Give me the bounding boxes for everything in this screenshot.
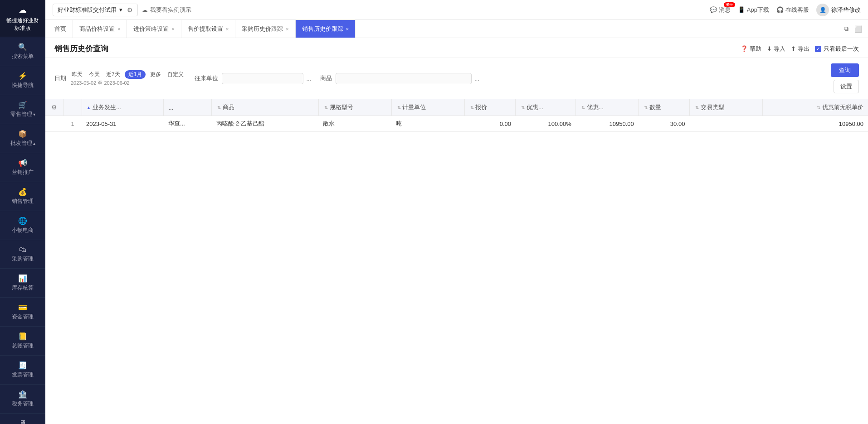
date-opt-custom[interactable]: 自定义 — [166, 70, 185, 79]
sidebar-item-label: 零售管理 — [10, 111, 32, 118]
sidebar-item-retail-mgmt[interactable]: 🛒 零售管理 ▾ — [0, 95, 45, 124]
col-business-date[interactable]: ▲ 业务发生... — [82, 99, 164, 116]
message-btn[interactable]: 💬 消息 99+ — [710, 6, 731, 14]
col-product[interactable]: ⇅ 商品 — [212, 99, 319, 116]
chevron-down-icon: ▾ — [33, 112, 35, 117]
sidebar-item-marketing[interactable]: 📢 营销推广 — [0, 153, 45, 182]
sidebar-item-search-menu[interactable]: 🔍 搜索菜单 — [0, 37, 45, 66]
tab-purchase-history-close[interactable]: × — [286, 26, 288, 32]
date-opt-yesterday[interactable]: 昨天 — [70, 70, 84, 79]
tab-sale-price-extract-label: 售价提取设置 — [188, 25, 223, 33]
partner-more-btn[interactable]: ... — [306, 75, 311, 82]
logo-line1: 畅捷通好业财 — [6, 17, 39, 24]
sidebar-item-ecommerce-small[interactable]: 🌐 小畅电商 — [0, 211, 45, 240]
demo-icon: ☁ — [141, 6, 148, 14]
col-transaction-type[interactable]: ⇅ 交易类型 — [689, 99, 762, 116]
sort-icon: ⇅ — [521, 105, 525, 110]
row-num-cell: 1 — [63, 116, 82, 132]
sidebar-item-ecommerce-mgmt[interactable]: 🖥 电商管理 — [0, 414, 45, 424]
sidebar-item-label: 库存核算 — [12, 284, 34, 292]
col-transaction-type-label: 交易类型 — [701, 104, 724, 111]
sidebar-item-label: 采购管理 — [12, 255, 34, 263]
search-menu-icon: 🔍 — [18, 43, 27, 51]
col-settings[interactable]: ⚙ — [45, 99, 63, 116]
app-download-btn[interactable]: 📱 App下载 — [738, 6, 769, 14]
help-btn[interactable]: ❓ 帮助 — [741, 45, 761, 53]
tab-sales-history[interactable]: 销售历史价跟踪 × — [296, 20, 356, 38]
col-discount-rate[interactable]: ⇅ 优惠... — [516, 99, 576, 116]
date-filter-group: 日期 昨天 今天 近7天 近1月 更多 自定义 2023-05-02 至 202… — [54, 70, 185, 87]
sidebar-logo: ☁ 畅捷通好业财 标准版 — [0, 0, 45, 37]
sidebar-item-wholesale-mgmt[interactable]: 📦 批发管理 ▴ — [0, 124, 45, 153]
tab-product-price[interactable]: 商品价格设置 × — [73, 20, 127, 38]
tab-purchase-history-label: 采购历史价跟踪 — [242, 25, 283, 33]
tab-purchase-history[interactable]: 采购历史价跟踪 × — [235, 20, 295, 38]
sidebar-item-label: 营销推广 — [12, 169, 34, 176]
tab-sale-price-extract[interactable]: 售价提取设置 × — [181, 20, 235, 38]
sidebar-item-general-ledger[interactable]: 📒 总账管理 — [0, 327, 45, 356]
online-support-btn[interactable]: 🎧 在线客服 — [776, 6, 809, 14]
product-input[interactable] — [336, 73, 472, 84]
table-header-row: ⚙ ▲ 业务发生... ... ⇅ 商品 — [45, 99, 868, 116]
col-unit[interactable]: ⇅ 计量单位 — [391, 99, 464, 116]
partner-input[interactable] — [222, 73, 303, 84]
sidebar-item-label: 快捷导航 — [12, 82, 34, 89]
query-btn[interactable]: 查询 — [831, 63, 859, 77]
marketing-icon: 📢 — [18, 159, 27, 167]
tab-sale-price-extract-close[interactable]: × — [226, 26, 229, 32]
page-content: 销售历史价查询 ❓ 帮助 ⬇ 导入 ⬆ 导出 ✓ 只看最后一次 — [45, 38, 868, 424]
user-icon: 👤 — [819, 7, 826, 13]
export-btn[interactable]: ⬆ 导出 — [791, 45, 809, 53]
col-discount-price[interactable]: ⇅ 优惠... — [576, 99, 639, 116]
product-selector[interactable]: 好业财标准版交付试用 ▾ ⚙ — [53, 4, 138, 16]
date-opt-last7days[interactable]: 近7天 — [104, 70, 122, 79]
tab-purchase-strategy-close[interactable]: × — [171, 26, 174, 32]
sidebar-item-finance[interactable]: 💳 资金管理 — [0, 298, 45, 327]
sidebar-item-inventory[interactable]: 📊 库存核算 — [0, 269, 45, 298]
product-name: 好业财标准版交付试用 — [58, 6, 117, 14]
app-download-label: App下载 — [747, 6, 769, 14]
col-pretax-price[interactable]: ⇅ 优惠前无税单价 — [762, 99, 868, 116]
demo-btn[interactable]: ☁ 我要看实例演示 — [141, 6, 191, 14]
date-opt-today[interactable]: 今天 — [87, 70, 102, 79]
sidebar-item-label: 销售管理 — [12, 198, 34, 205]
date-opt-more[interactable]: 更多 — [148, 70, 163, 79]
user-area[interactable]: 👤 徐泽华修改 — [816, 4, 861, 16]
logo-icon: ☁ — [4, 5, 42, 16]
col-quantity[interactable]: ⇅ 数量 — [639, 99, 690, 116]
window-restore-btn[interactable]: ⧉ — [842, 24, 851, 34]
tab-home[interactable]: 首页 — [51, 20, 73, 38]
settings-icon[interactable]: ⚙ — [127, 6, 133, 14]
sidebar-item-sales-mgmt[interactable]: 💰 销售管理 — [0, 182, 45, 211]
table-gear-icon[interactable]: ⚙ — [51, 104, 57, 111]
sidebar-item-purchase-mgmt[interactable]: 🛍 采购管理 — [0, 240, 45, 269]
col-more[interactable]: ... — [164, 99, 212, 116]
page-actions: ❓ 帮助 ⬇ 导入 ⬆ 导出 ✓ 只看最后一次 — [741, 45, 859, 53]
checkbox-icon: ✓ — [815, 46, 821, 52]
row-business-date: 2023-05-31 — [82, 116, 164, 132]
product-more-btn[interactable]: ... — [474, 75, 479, 82]
headset-icon: 🎧 — [776, 6, 784, 13]
col-row-num — [63, 99, 82, 116]
wholesale-mgmt-icon: 📦 — [18, 130, 27, 138]
last-only-checkbox[interactable]: ✓ 只看最后一次 — [815, 45, 859, 53]
row-partner: 华查... — [164, 116, 212, 132]
col-spec[interactable]: ⇅ 规格型号 — [318, 99, 391, 116]
sidebar-item-label: 税务管理 — [12, 400, 34, 408]
tab-product-price-close[interactable]: × — [117, 26, 120, 32]
window-maximize-btn[interactable]: ⬜ — [853, 24, 863, 34]
page-header: 销售历史价查询 ❓ 帮助 ⬇ 导入 ⬆ 导出 ✓ 只看最后一次 — [45, 38, 868, 58]
date-filter: 昨天 今天 近7天 近1月 更多 自定义 2023-05-02 至 2023-0… — [70, 70, 185, 87]
tab-sales-history-close[interactable]: × — [346, 26, 349, 32]
tab-purchase-strategy[interactable]: 进价策略设置 × — [127, 20, 181, 38]
date-opt-last1month[interactable]: 近1月 — [125, 70, 146, 79]
table-row[interactable]: 1 2023-05-31 华查... 丙嗪酸-2-乙基己酯 散水 吨 0.00 … — [45, 116, 868, 132]
settings-btn[interactable]: 设置 — [834, 80, 859, 93]
col-quoted-price[interactable]: ⇅ 报价 — [464, 99, 516, 116]
import-btn[interactable]: ⬇ 导入 — [767, 45, 785, 53]
sidebar-item-quick-nav[interactable]: ⚡ 快捷导航 — [0, 66, 45, 95]
sidebar-item-invoice-mgmt[interactable]: 🧾 发票管理 — [0, 356, 45, 385]
sidebar-item-label: 批发管理 — [10, 140, 32, 147]
sort-icon: ⇅ — [695, 105, 699, 110]
sidebar-item-tax-mgmt[interactable]: 🏦 税务管理 — [0, 385, 45, 414]
